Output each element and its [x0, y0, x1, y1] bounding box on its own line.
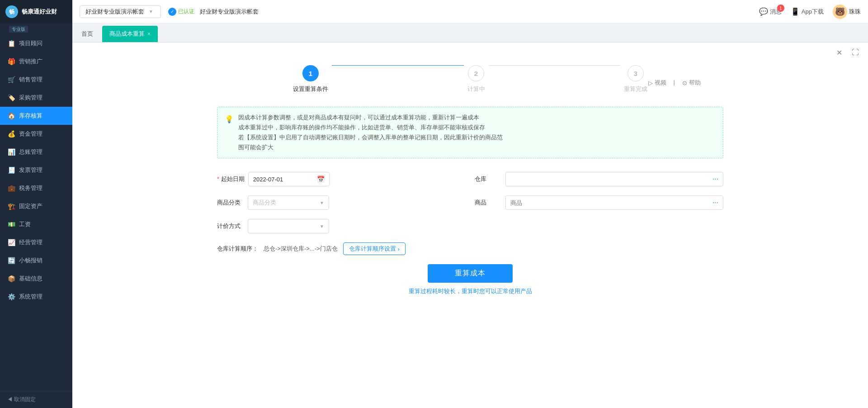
sidebar-item-label: 营销推广: [19, 57, 42, 66]
brand-info: 畅康通好业财: [22, 8, 57, 16]
info-text: 因成本计算参数调整，或是对商品成本有疑问时，可以通过成本重算功能，重新计算一遍成…: [238, 113, 503, 152]
sidebar-item-tax[interactable]: 💼 税务管理: [0, 179, 72, 197]
edition-badge: 专业版: [9, 26, 28, 33]
step-1-circle: 1: [302, 65, 319, 81]
tab-close-icon[interactable]: ×: [147, 31, 151, 37]
sidebar-item-label: 固定资产: [19, 202, 42, 210]
project-icon: 📋: [7, 40, 15, 47]
notification-badge: 1: [777, 5, 784, 12]
step-2: 2 计算中: [467, 65, 485, 93]
warehouse-input[interactable]: [510, 176, 708, 183]
product-label: 商品: [475, 199, 502, 207]
info-line-1: 因成本计算参数调整，或是对商品成本有疑问时，可以通过成本重算功能，重新计算一遍成…: [238, 113, 503, 123]
window-controls: ✕ ⛶: [834, 47, 861, 58]
video-link[interactable]: ▷ 视频: [648, 79, 666, 87]
warehouse-seq-settings-button[interactable]: 仓库计算顺序设置 ›: [343, 242, 406, 255]
main-area: 好业财专业版演示帐套 ▼ ✓ 已认证 好业财专业版演示帐套 💬 消息 1 📱 A…: [72, 0, 868, 408]
info-line-3: 若【系统设置】中启用了自动调整记账日期时，会调整入库单的整单记账日期，因此重新计…: [238, 133, 503, 142]
info-box: 💡 因成本计算参数调整，或是对商品成本有疑问时，可以通过成本重算功能，重新计算一…: [217, 107, 723, 158]
expand-window-button[interactable]: ⛶: [850, 47, 861, 58]
calendar-icon[interactable]: 📅: [317, 176, 325, 183]
form-row-1: * 起始日期 📅 仓库 ···: [217, 172, 723, 186]
step-3: 3 重算完成: [624, 65, 647, 93]
sidebar-item-label: 库存核算: [19, 112, 42, 120]
sidebar-item-finance[interactable]: 💰 资金管理: [0, 125, 72, 143]
account-select[interactable]: 好业财专业版演示帐套 ▼: [80, 5, 161, 18]
pricing-select[interactable]: ▼: [248, 219, 329, 233]
payroll-icon: 💵: [7, 221, 15, 228]
pricing-group: 计价方式 ▼: [217, 219, 466, 233]
account-name: 好业财专业版演示帐套: [200, 8, 259, 16]
tabs-bar: 首页 商品成本重算 ×: [72, 24, 868, 43]
sidebar-item-marketing[interactable]: 🎁 营销推广: [0, 52, 72, 71]
step-2-circle: 2: [468, 65, 484, 81]
product-select-icon[interactable]: ···: [712, 199, 718, 207]
ledger-icon: 📊: [7, 148, 15, 156]
home-tab-label: 首页: [81, 30, 93, 38]
basic-icon: 📦: [7, 275, 15, 282]
sidebar-item-payroll[interactable]: 💵 工资: [0, 215, 72, 233]
invoice-icon: 🧾: [7, 166, 15, 174]
tab-cost-recalc[interactable]: 商品成本重算 ×: [102, 26, 158, 42]
info-line-4: 围可能会扩大: [238, 142, 503, 152]
step-line-2: [489, 65, 621, 66]
warehouse-select-icon[interactable]: ···: [712, 175, 718, 183]
assets-icon: 🏗️: [7, 203, 15, 210]
sidebar-item-purchase[interactable]: 🏷️ 采购管理: [0, 89, 72, 107]
purchase-icon: 🏷️: [7, 94, 15, 101]
start-date-input[interactable]: [253, 176, 314, 183]
separator: |: [674, 79, 675, 87]
sidebar-item-system[interactable]: ⚙️ 系统管理: [0, 288, 72, 306]
product-input[interactable]: [510, 199, 708, 206]
app-download-button[interactable]: 📱 App下载: [791, 7, 824, 16]
sidebar-item-label: 基础信息: [19, 275, 42, 283]
product-group: 商品 ···: [475, 195, 723, 210]
step-1-label: 设置重算条件: [293, 85, 328, 93]
help-link[interactable]: ⊙ 帮助: [682, 79, 701, 87]
sidebar-item-label: 工资: [19, 220, 31, 228]
chevron-right-icon: ›: [398, 246, 400, 252]
category-select[interactable]: 商品分类 ▼: [248, 195, 329, 210]
step-2-label: 计算中: [467, 85, 485, 93]
stepper: 1 设置重算条件 2 计算中 3: [217, 65, 723, 93]
recalc-button[interactable]: 重算成本: [428, 264, 513, 283]
product-input-wrapper[interactable]: ···: [505, 195, 723, 210]
message-icon: 💬: [759, 7, 768, 16]
recalc-note: 重算过程耗时较长，重算时您可以正常使用产品: [409, 287, 532, 295]
unpin-button[interactable]: ◀ 取消固定: [0, 391, 72, 408]
app-name: 畅康通好业财: [22, 8, 57, 16]
user-menu[interactable]: 🐻 珠珠: [833, 5, 861, 19]
sidebar-item-sales[interactable]: 🛒 销售管理: [0, 71, 72, 89]
account-select-text: 好业财专业版演示帐套: [85, 8, 144, 16]
tab-home[interactable]: 首页: [74, 26, 100, 42]
warehouse-seq-label: 仓库计算顺序：: [217, 245, 258, 253]
system-icon: ⚙️: [7, 293, 15, 300]
info-line-2: 成本重算过中，影响库存账的操作均不能操作，比如进货单、销货单、库存单据不能审核或…: [238, 123, 503, 133]
pricing-label: 计价方式: [217, 222, 244, 230]
warehouse-seq-value: 总仓->深圳仓库->...->门店仓: [264, 245, 338, 253]
content-area: ✕ ⛶ 1 设置重算条件 2: [72, 43, 868, 408]
sidebar-header: 畅 畅康通好业财: [0, 0, 72, 24]
warehouse-group: 仓库 ···: [475, 172, 723, 186]
sidebar-item-inventory[interactable]: 🏠 库存核算: [0, 107, 72, 125]
info-icon: 💡: [225, 113, 234, 152]
recalc-section: 重算成本 重算过程耗时较长，重算时您可以正常使用产品: [217, 264, 723, 295]
sidebar-item-basic[interactable]: 📦 基础信息: [0, 270, 72, 288]
start-date-input-wrapper[interactable]: 📅: [248, 172, 330, 186]
sidebar-item-ledger[interactable]: 📊 总账管理: [0, 143, 72, 161]
sidebar-item-label: 经营管理: [19, 238, 42, 247]
chevron-down-icon: ▼: [320, 200, 324, 205]
sidebar-item-label: 小畅报销: [19, 256, 42, 265]
sidebar-item-invoice[interactable]: 🧾 发票管理: [0, 161, 72, 179]
close-window-button[interactable]: ✕: [834, 47, 844, 58]
sidebar-item-label: 销售管理: [19, 76, 42, 84]
app-logo: 畅: [5, 5, 18, 18]
sidebar-item-label: 发票管理: [19, 166, 42, 174]
sidebar-item-assets[interactable]: 🏗️ 固定资产: [0, 197, 72, 215]
message-button[interactable]: 💬 消息 1: [759, 7, 782, 16]
finance-icon: 💰: [7, 130, 15, 138]
sidebar-item-project[interactable]: 📋 项目顾问: [0, 34, 72, 52]
sidebar-item-expense[interactable]: 🔄 小畅报销: [0, 251, 72, 270]
sidebar-item-ops[interactable]: 📈 经营管理: [0, 233, 72, 251]
warehouse-input-wrapper[interactable]: ···: [505, 172, 723, 186]
